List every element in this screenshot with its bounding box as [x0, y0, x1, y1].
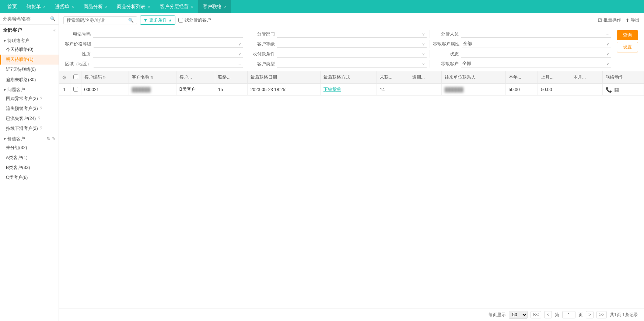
nav-home[interactable]: 首页: [3, 0, 21, 13]
sidebar-search-icon[interactable]: 🔍: [50, 16, 56, 21]
total-label: 共1页 1条记录: [610, 312, 638, 318]
problem-tri-icon: ▼: [3, 88, 7, 92]
sort-icon: ⇅: [103, 75, 106, 79]
filter-status-select[interactable]: ∨: [461, 51, 611, 58]
col-company-contact-header: 往来单位联系人: [441, 71, 505, 84]
last-contact-method-link[interactable]: 下销货单: [323, 87, 341, 92]
col-contact-count-header: 联络...: [215, 71, 247, 84]
nav-customer-tier[interactable]: 客户分层经营 ×: [155, 0, 197, 13]
filter-scatter-attr-select[interactable]: 全部 ∨: [462, 40, 611, 48]
batch-ops-button[interactable]: ☑ 批量操作: [598, 17, 621, 23]
filter-scatter: 零散客户 全部 ∨: [433, 60, 611, 68]
my-customers-checkbox[interactable]: [178, 18, 183, 23]
close-customer-tier-icon[interactable]: ×: [191, 4, 193, 9]
sidebar-item-overdue[interactable]: 逾期未联络(30): [0, 75, 59, 85]
filter-customer-level: 客户等级 ∨: [249, 41, 427, 48]
action-grid-icon[interactable]: ▦: [614, 87, 619, 93]
filter-nature: 性质 ∨: [65, 51, 243, 58]
nav-analysis[interactable]: 商品分析 ×: [79, 0, 112, 13]
filter-phone-input[interactable]: [93, 31, 243, 38]
row-this-month-cell: [570, 84, 603, 96]
pending-group-label: ▼ 待联络客户: [0, 36, 59, 45]
prev-page-button[interactable]: <: [544, 311, 552, 318]
sidebar-item-class-c[interactable]: C类客户(6): [0, 173, 59, 183]
filter-scatter-select[interactable]: 全部 ∨: [461, 60, 611, 68]
row-checkbox[interactable]: [73, 87, 78, 92]
col-customer-type-header: 客户...: [176, 71, 215, 84]
close-customer-contact-icon[interactable]: ×: [224, 4, 226, 9]
sidebar-search-input[interactable]: [3, 16, 49, 21]
pagination: 每页显示 50 20 100 K< < 第 页 > >> 共1页 1条记录: [59, 308, 644, 321]
sidebar-item-ungrouped[interactable]: 未分组(32): [0, 143, 59, 153]
select-all-checkbox[interactable]: [73, 75, 78, 79]
filter-payment-select[interactable]: ∨: [277, 51, 427, 58]
divider4: [430, 40, 430, 48]
customer-table: ⚙ 客户编码 ⇅ 客户名称: [59, 71, 644, 96]
filter-manager-select[interactable]: ···: [461, 31, 611, 38]
sidebar-search-area: 🔍: [0, 13, 59, 25]
filter-nature-select[interactable]: ∨: [93, 51, 243, 58]
filter-customer-level-select[interactable]: ∨: [277, 41, 427, 48]
filter-region-select[interactable]: ···: [94, 61, 243, 68]
toolbar: 🔍 ▼ 更多条件 ▲ 我分管的客户 ☑ 批量操作 ⬆ 导出: [59, 13, 644, 27]
nav-analysis-list[interactable]: 商品分析列表 ×: [112, 0, 154, 13]
sidebar-item-declining[interactable]: 持续下滑客户(2) ?: [0, 124, 59, 134]
settings-button[interactable]: 设置: [617, 42, 638, 52]
col-name-header: 客户名称 ⇅: [129, 71, 176, 84]
sidebar-item-churned[interactable]: 已流失客户(24) ?: [0, 114, 59, 124]
sidebar-item-tomorrow-pending[interactable]: 明天待联络(1): [0, 55, 59, 65]
close-analysis-list-icon[interactable]: ×: [148, 4, 150, 9]
sidebar-item-class-a[interactable]: A类客户(1): [0, 153, 59, 163]
filter-dept-select[interactable]: ∨: [277, 31, 427, 38]
first-page-button[interactable]: K<: [531, 311, 541, 318]
row-overdue-cell: [409, 84, 441, 96]
sidebar-item-week-pending[interactable]: 近7天待联络(0): [0, 65, 59, 75]
settings-gear-icon[interactable]: ⚙: [62, 75, 67, 80]
close-analysis-icon[interactable]: ×: [105, 4, 107, 9]
help-icon-2: ?: [40, 106, 42, 111]
action-phone-icon[interactable]: 📞: [606, 87, 612, 93]
filter-row-1: 电话号码 分管部门 ∨ 分管人员: [65, 30, 611, 38]
row-this-year-cell: 50.00: [505, 84, 538, 96]
export-button[interactable]: ⬆ 导出: [626, 17, 640, 23]
per-page-select[interactable]: 50 20 100: [509, 311, 528, 319]
search-input[interactable]: [67, 18, 127, 23]
nav-customer-contact[interactable]: 客户联络 ×: [198, 0, 231, 13]
divider3: [246, 40, 246, 48]
sidebar-item-today-pending[interactable]: 今天待联络(0): [0, 45, 59, 55]
row-uncontacted-cell: 14: [377, 84, 409, 96]
nav-purchase[interactable]: 进货单 ×: [50, 0, 78, 13]
all-customers-title[interactable]: 全部客户 «: [0, 25, 59, 36]
col-last-month-header: 上月...: [538, 71, 570, 84]
filter-price-select[interactable]: ∨: [94, 41, 243, 48]
sidebar-item-class-b[interactable]: B类客户(33): [0, 163, 59, 173]
sidebar-item-repurchase-abnormal[interactable]: 回购异常客户(2) ?: [0, 94, 59, 104]
sort-name-icon: ⇅: [150, 75, 153, 79]
refresh-icon[interactable]: ↻: [47, 136, 50, 141]
divider5: [246, 50, 246, 58]
page-input[interactable]: [562, 311, 575, 318]
query-button[interactable]: 查询: [617, 30, 638, 40]
sort-code[interactable]: 客户编码 ⇅: [84, 74, 106, 80]
edit-icon[interactable]: ✎: [52, 136, 56, 141]
search-icon[interactable]: 🔍: [128, 18, 134, 23]
more-filters-button[interactable]: ▼ 更多条件 ▲: [140, 15, 175, 25]
close-sales-icon[interactable]: ×: [43, 4, 45, 9]
toolbar-right: ☑ 批量操作 ⬆ 导出: [598, 17, 640, 23]
filter-customer-type-select[interactable]: ∨: [277, 61, 427, 68]
last-page-button[interactable]: >>: [596, 311, 607, 318]
row-last-contact-date-cell: 2023-05-23 18:25:: [247, 84, 320, 96]
filter-dept: 分管部门 ∨: [249, 31, 427, 38]
row-company-contact-cell: ██████: [441, 84, 505, 96]
filter-price-level: 客户价格等级 ∨: [65, 41, 243, 48]
chevron-up-icon: ▲: [168, 18, 172, 22]
next-page-button[interactable]: >: [586, 311, 594, 318]
table-body: 1 000021 ██████ B类客户 15 2023-05-23 18:25…: [59, 84, 644, 96]
divider1: [246, 30, 246, 38]
nav-sales[interactable]: 销货单 ×: [22, 0, 50, 13]
filter-panel: 电话号码 分管部门 ∨ 分管人员: [59, 27, 644, 71]
sort-name[interactable]: 客户名称 ⇅: [132, 74, 153, 80]
close-purchase-icon[interactable]: ×: [71, 4, 74, 9]
sidebar-item-churn-warning[interactable]: 流失预警客户(3) ?: [0, 104, 59, 114]
filter-actions: 查询 设置: [617, 30, 638, 68]
